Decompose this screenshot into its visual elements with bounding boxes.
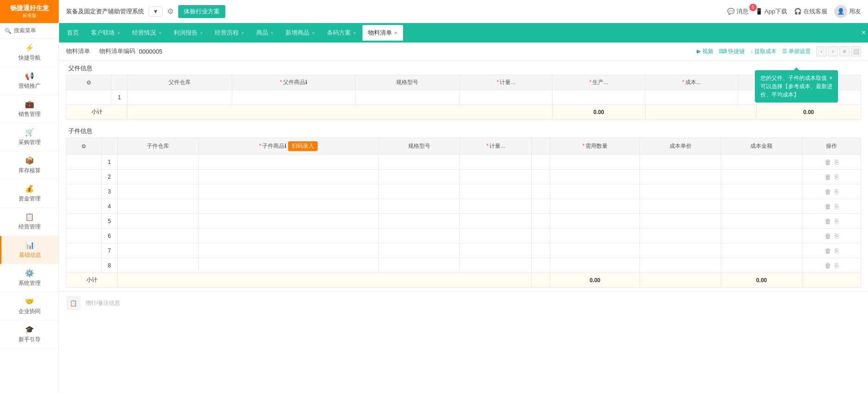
child-row-warehouse[interactable]: [117, 229, 199, 243]
child-row-quantity[interactable]: [550, 243, 640, 258]
tab-customer[interactable]: 客户联络 ×: [85, 25, 126, 41]
child-row-quantity[interactable]: [550, 184, 640, 199]
tab-customer-close[interactable]: ×: [117, 30, 120, 36]
child-row-product[interactable]: [199, 214, 379, 229]
child-row-warehouse[interactable]: [117, 169, 199, 184]
child-row-warehouse[interactable]: [117, 258, 199, 273]
child-row-product[interactable]: [199, 155, 379, 169]
single-settings-action[interactable]: ☰ 单据设置: [782, 48, 811, 55]
child-row-spec[interactable]: [379, 229, 460, 243]
child-row-unit[interactable]: [460, 184, 532, 199]
tab-new-goods[interactable]: 新增商品 ×: [280, 25, 320, 41]
copy-icon[interactable]: ⎘: [835, 158, 838, 166]
parent-col-settings[interactable]: ⚙: [66, 75, 111, 90]
child-row-unit-cost[interactable]: [640, 214, 721, 229]
child-row-spec[interactable]: [379, 243, 460, 258]
child-row-settings[interactable]: [66, 214, 102, 229]
child-row-unit[interactable]: [460, 169, 532, 184]
child-row-unit-cost[interactable]: [640, 243, 721, 258]
breadcrumb-bom[interactable]: 物料清单: [66, 47, 90, 55]
sidebar-item-sales[interactable]: 💼 销售管理: [0, 95, 59, 123]
child-row-unit-cost[interactable]: [640, 258, 721, 273]
sidebar-item-enterprise[interactable]: 🤝 企业协同: [0, 292, 59, 320]
nav-fullscreen-button[interactable]: ⬜: [851, 46, 861, 56]
copy-icon[interactable]: ⎘: [835, 203, 838, 210]
tab-profit-close[interactable]: ×: [200, 30, 203, 36]
copy-icon[interactable]: ⎘: [835, 173, 838, 181]
settings-gear-button[interactable]: ⚙: [167, 7, 174, 16]
experience-button[interactable]: 体验行业方案: [178, 5, 225, 18]
child-row-unit[interactable]: [460, 199, 532, 214]
sidebar-item-finance[interactable]: 💰 资金管理: [0, 180, 59, 208]
child-row-warehouse[interactable]: [117, 199, 199, 214]
child-row-settings[interactable]: [66, 258, 102, 273]
child-row-spec[interactable]: [379, 169, 460, 184]
child-row-quantity[interactable]: [550, 229, 640, 243]
child-row-unit[interactable]: [460, 155, 532, 169]
parent-row-unit[interactable]: [460, 90, 553, 105]
child-row-unit-cost[interactable]: [640, 155, 721, 169]
child-row-unit[interactable]: [460, 229, 532, 243]
sidebar-search[interactable]: 🔍 搜索菜单: [0, 23, 59, 39]
tooltip-close-button[interactable]: ×: [829, 74, 832, 82]
child-row-settings[interactable]: [66, 199, 102, 214]
child-row-spec[interactable]: [379, 199, 460, 214]
child-row-unit-cost[interactable]: [640, 169, 721, 184]
child-row-quantity[interactable]: [550, 258, 640, 273]
sidebar-item-basic-info[interactable]: 📊 基础信息: [0, 236, 59, 264]
copy-icon[interactable]: ⎘: [835, 232, 838, 240]
sidebar-item-operations[interactable]: 📋 经营管理: [0, 208, 59, 236]
child-row-unit[interactable]: [460, 258, 532, 273]
parent-row-warehouse[interactable]: [127, 90, 232, 105]
child-row-unit-cost[interactable]: [640, 199, 721, 214]
child-row-warehouse[interactable]: [117, 214, 199, 229]
sidebar-item-purchase[interactable]: 🛒 采购管理: [0, 123, 59, 151]
child-row-unit[interactable]: [460, 214, 532, 229]
delete-icon[interactable]: 🗑: [825, 247, 831, 254]
view-action[interactable]: ▶ 视频: [697, 48, 713, 55]
delete-icon[interactable]: 🗑: [825, 203, 831, 210]
tab-operations[interactable]: 经营情况 ×: [127, 25, 167, 41]
nav-next-button[interactable]: ›: [828, 46, 838, 56]
copy-icon[interactable]: ⎘: [835, 188, 838, 195]
child-row-spec[interactable]: [379, 258, 460, 273]
child-row-unit[interactable]: [460, 243, 532, 258]
child-row-quantity[interactable]: [550, 155, 640, 169]
child-row-unit-cost[interactable]: [640, 184, 721, 199]
sidebar-item-quick-nav[interactable]: ⚡ 快捷导航: [0, 39, 59, 67]
tab-new-goods-close[interactable]: ×: [312, 30, 314, 36]
parent-row-production[interactable]: [552, 90, 645, 105]
child-row-spec[interactable]: [379, 214, 460, 229]
delete-icon[interactable]: 🗑: [825, 173, 831, 181]
tab-bom-close[interactable]: ×: [394, 30, 397, 36]
child-row-warehouse[interactable]: [117, 243, 199, 258]
online-service-action[interactable]: 🎧 在线客服: [794, 7, 827, 16]
tab-history-close[interactable]: ×: [241, 30, 244, 36]
child-row-quantity[interactable]: [550, 214, 640, 229]
parent-row-spec[interactable]: [355, 90, 459, 105]
child-row-quantity[interactable]: [550, 169, 640, 184]
copy-icon[interactable]: ⎘: [835, 262, 838, 269]
tab-close-all-button[interactable]: ×: [862, 29, 866, 37]
tab-barcode[interactable]: 条码方案 ×: [321, 25, 362, 41]
tab-operations-close[interactable]: ×: [158, 30, 161, 36]
delete-icon[interactable]: 🗑: [825, 218, 831, 225]
app-download-action[interactable]: 📱 App下载: [755, 7, 787, 16]
child-row-spec[interactable]: [379, 155, 460, 169]
extract-cost-action[interactable]: ↓ 提取成本: [750, 48, 777, 55]
delete-icon[interactable]: 🗑: [825, 188, 831, 195]
child-row-warehouse[interactable]: [117, 155, 199, 169]
scan-input-button[interactable]: 扫码录入: [288, 141, 318, 151]
tab-bom[interactable]: 物料清单 ×: [362, 25, 403, 41]
sidebar-item-marketing[interactable]: 📢 营销推广: [0, 67, 59, 95]
parent-row-product[interactable]: [232, 90, 355, 105]
sidebar-item-system[interactable]: ⚙️ 系统管理: [0, 264, 59, 292]
copy-icon[interactable]: ⎘: [835, 247, 838, 254]
child-row-warehouse[interactable]: [117, 184, 199, 199]
delete-icon[interactable]: 🗑: [825, 262, 831, 269]
child-row-spec[interactable]: [379, 184, 460, 199]
sidebar-item-inventory[interactable]: 📦 库存核算: [0, 151, 59, 180]
copy-icon[interactable]: ⎘: [835, 218, 838, 225]
parent-row-settings[interactable]: [66, 90, 111, 105]
child-col-settings[interactable]: ⚙: [66, 138, 102, 155]
